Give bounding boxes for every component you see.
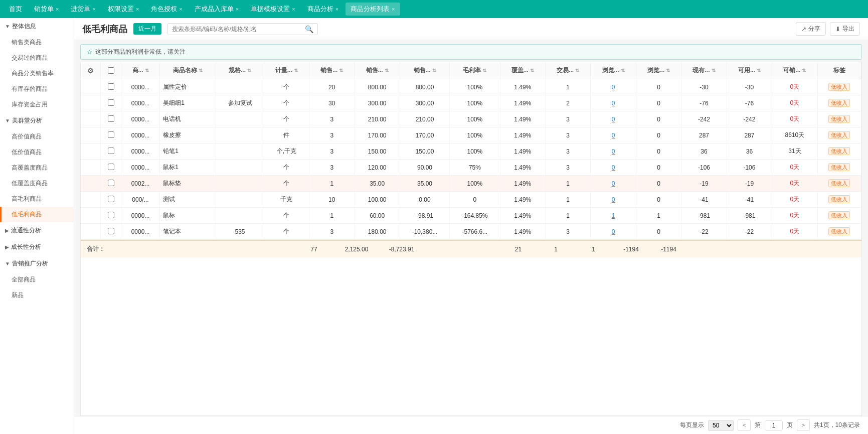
cell-checkbox[interactable]: [101, 127, 121, 143]
cell-available: -981: [727, 208, 772, 224]
settings-icon[interactable]: ⚙: [87, 67, 94, 75]
cell-views1[interactable]: 0: [591, 160, 636, 176]
select-all-checkbox[interactable]: [108, 67, 114, 74]
nav-product-entry[interactable]: 产成品入库单 ×: [190, 3, 244, 16]
col-tag[interactable]: 标签: [817, 62, 861, 79]
row-checkbox[interactable]: [108, 83, 114, 90]
cell-checkbox[interactable]: [101, 224, 121, 240]
sidebar-group-beauty[interactable]: ▼ 美群堂分析: [0, 112, 74, 129]
next-page-button[interactable]: ＞: [797, 419, 810, 431]
col-code[interactable]: 商...⇅: [121, 62, 159, 79]
nav-role-auth[interactable]: 角色授权 ×: [146, 3, 187, 16]
sidebar-item-category-rate[interactable]: 商品分类销售率: [0, 66, 74, 81]
col-transactions[interactable]: 交易...⇅: [545, 62, 590, 79]
cell-spec: [216, 143, 264, 160]
nav-template-settings[interactable]: 单据模板设置 ×: [246, 3, 300, 16]
row-checkbox[interactable]: [108, 99, 114, 106]
cell-views1[interactable]: 0: [591, 95, 636, 111]
nav-purchase[interactable]: 进货单 ×: [66, 3, 100, 16]
nav-template-close[interactable]: ×: [292, 6, 295, 12]
sort-icon7: ⇅: [432, 68, 436, 73]
nav-product-close[interactable]: ×: [236, 6, 239, 12]
sidebar-item-high-margin[interactable]: 高毛利商品: [0, 191, 74, 207]
sidebar-item-capital[interactable]: 库存资金占用: [0, 97, 74, 112]
cell-views1[interactable]: 0: [591, 79, 636, 95]
cell-views1[interactable]: 0: [591, 111, 636, 127]
row-checkbox[interactable]: [108, 131, 114, 138]
cell-views1[interactable]: 0: [591, 224, 636, 240]
sidebar-group-growth[interactable]: ▶ 成长性分析: [0, 239, 74, 255]
sidebar-group-marketing[interactable]: ▼ 营销推广分析: [0, 255, 74, 272]
cell-checkbox[interactable]: [101, 192, 121, 208]
nav-sales[interactable]: 销货单 ×: [29, 3, 64, 16]
col-saleable[interactable]: 可销...⇅: [772, 62, 817, 79]
nav-sales-close[interactable]: ×: [56, 6, 59, 12]
cell-checkbox[interactable]: [101, 143, 121, 160]
sidebar-group-circulation[interactable]: ▶ 流通性分析: [0, 222, 74, 239]
col-current-stock[interactable]: 现有...⇅: [681, 62, 727, 79]
col-sales-price[interactable]: 销售...⇅: [355, 62, 400, 79]
nav-analysis-list-close[interactable]: ×: [392, 6, 395, 12]
sidebar-item-low-coverage[interactable]: 低覆盖度商品: [0, 176, 74, 191]
nav-analysis-list[interactable]: 商品分析列表 ×: [345, 3, 400, 16]
cell-coverage: 1.49%: [500, 127, 545, 143]
sidebar-group-overall[interactable]: ▼ 整体信息: [0, 18, 74, 35]
col-gross-rate[interactable]: 毛利率⇅: [450, 62, 500, 79]
sidebar-item-new-products[interactable]: 新品: [0, 287, 74, 303]
sidebar-item-high-value[interactable]: 高价值商品: [0, 129, 74, 144]
col-views2[interactable]: 浏览...⇅: [636, 62, 681, 79]
data-table-container: ⚙ 商...⇅ 商品名称⇅ 规格...⇅ 计量...⇅ 销售...⇅ 销售...…: [80, 62, 862, 416]
row-checkbox[interactable]: [108, 212, 114, 218]
sidebar-item-low-margin[interactable]: 低毛利商品: [0, 207, 74, 222]
cell-checkbox[interactable]: [101, 79, 121, 95]
row-checkbox[interactable]: [108, 228, 114, 234]
nav-permissions-close[interactable]: ×: [136, 6, 139, 12]
cell-checkbox[interactable]: [101, 208, 121, 224]
col-settings[interactable]: ⚙: [81, 62, 101, 79]
row-checkbox[interactable]: [108, 148, 114, 154]
search-input[interactable]: [172, 26, 305, 33]
cell-views1[interactable]: 1: [591, 208, 636, 224]
col-views1[interactable]: 浏览...⇅: [591, 62, 636, 79]
sidebar-item-traded-products[interactable]: 交易过的商品: [0, 50, 74, 66]
col-spec[interactable]: 规格...⇅: [216, 62, 264, 79]
col-sales-qty[interactable]: 销售...⇅: [309, 62, 355, 79]
cell-views1[interactable]: 0: [591, 127, 636, 143]
row-checkbox[interactable]: [108, 196, 114, 202]
col-coverage[interactable]: 覆盖...⇅: [500, 62, 545, 79]
row-checkbox[interactable]: [108, 180, 114, 186]
cell-views1[interactable]: 0: [591, 192, 636, 208]
page-number-input[interactable]: [765, 420, 783, 430]
sidebar-item-sales-products[interactable]: 销售类商品: [0, 35, 74, 50]
nav-product-analysis[interactable]: 商品分析 ×: [302, 3, 343, 16]
row-checkbox[interactable]: [108, 115, 114, 122]
col-available[interactable]: 可用...⇅: [727, 62, 772, 79]
col-checkbox[interactable]: [101, 62, 121, 79]
nav-home[interactable]: 首页: [4, 3, 27, 16]
sidebar-item-high-coverage[interactable]: 高覆盖度商品: [0, 160, 74, 176]
sidebar-item-low-value[interactable]: 低价值商品: [0, 144, 74, 160]
export-button[interactable]: ⬇ 导出: [830, 22, 860, 36]
sidebar-item-all-products[interactable]: 全部商品: [0, 272, 74, 287]
row-checkbox[interactable]: [108, 164, 114, 170]
share-button[interactable]: ↗ 分享: [796, 22, 826, 36]
nav-permissions[interactable]: 权限设置 ×: [103, 3, 144, 16]
nav-role-close[interactable]: ×: [179, 6, 182, 12]
sidebar-item-stock-products[interactable]: 有库存的商品: [0, 81, 74, 97]
cell-checkbox[interactable]: [101, 95, 121, 111]
cell-checkbox[interactable]: [101, 160, 121, 176]
nav-purchase-close[interactable]: ×: [92, 6, 95, 12]
col-name[interactable]: 商品名称⇅: [160, 62, 216, 79]
cell-views1[interactable]: 0: [591, 176, 636, 192]
cell-name: 铅笔1: [160, 143, 216, 160]
per-page-select[interactable]: 50 100 200: [708, 420, 734, 431]
filter-period-button[interactable]: 近一月: [133, 23, 161, 35]
prev-page-button[interactable]: ＜: [738, 419, 751, 431]
nav-analysis-close[interactable]: ×: [335, 6, 338, 12]
cell-checkbox[interactable]: [101, 176, 121, 192]
cell-spec: [216, 176, 264, 192]
cell-views1[interactable]: 0: [591, 143, 636, 160]
col-sales-profit[interactable]: 销售...⇅: [400, 62, 449, 79]
col-unit[interactable]: 计量...⇅: [264, 62, 309, 79]
cell-checkbox[interactable]: [101, 111, 121, 127]
